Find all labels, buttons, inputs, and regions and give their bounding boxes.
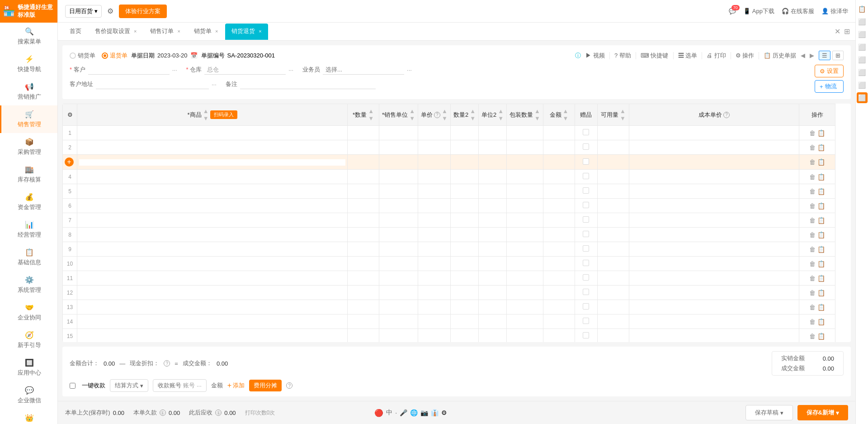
customer-select-btn[interactable]: ··· [172, 67, 177, 73]
gift-checkbox[interactable] [583, 332, 589, 338]
cost-price-cell[interactable] [629, 286, 799, 300]
tab-close-icon[interactable]: × [259, 29, 261, 34]
product-cell[interactable] [77, 314, 348, 329]
cost-info-icon[interactable]: ? [723, 112, 730, 118]
unit2-cell[interactable] [479, 213, 507, 228]
prev-btn[interactable]: ◀ [801, 52, 805, 59]
delete-row-icon[interactable]: 🗑 [809, 231, 816, 238]
delete-row-icon[interactable]: 🗑 [809, 129, 816, 137]
topbar-settings-icon[interactable]: ⚙ [107, 7, 113, 15]
available-cell[interactable] [597, 257, 629, 271]
trial-button[interactable]: 体验行业方案 [119, 5, 167, 18]
qty-cell[interactable] [348, 300, 379, 314]
available-cell[interactable] [597, 228, 629, 242]
save-new-btn[interactable]: 保存&新增 ▾ [797, 405, 848, 420]
gift-checkbox[interactable] [583, 129, 589, 135]
copy-row-icon[interactable]: 📋 [817, 304, 825, 311]
cost-price-cell[interactable] [629, 242, 799, 257]
pack-qty-cell[interactable] [507, 155, 543, 170]
tab-sales-bill[interactable]: 销货单 × [188, 24, 224, 40]
copy-row-icon[interactable]: 📋 [817, 217, 825, 224]
gift-checkbox[interactable] [583, 158, 589, 165]
sidebar-item-marketing[interactable]: 📢 营销推广 [0, 78, 57, 105]
delete-row-icon[interactable]: 🗑 [809, 289, 816, 296]
history-btn[interactable]: 📋 历史单据 [764, 52, 796, 60]
shortcut-btn[interactable]: ⌨ 快捷键 [641, 52, 669, 60]
copy-row-icon[interactable]: 📋 [817, 129, 825, 137]
scan-input-btn[interactable]: 扫码录入 [210, 110, 237, 119]
tab-sales-order[interactable]: 销售订单 × [144, 24, 186, 40]
warehouse-select-btn[interactable]: ··· [288, 67, 293, 73]
tab-price-extract[interactable]: 售价提取设置 × [89, 24, 143, 40]
unit-cell[interactable] [379, 314, 418, 329]
next-btn[interactable]: ▶ [810, 52, 814, 59]
taskbar-icon2[interactable]: 中 [386, 409, 392, 417]
customer-input[interactable] [88, 65, 170, 75]
price-cell[interactable] [418, 314, 451, 329]
pack-qty-cell[interactable] [507, 126, 543, 140]
delete-row-icon[interactable]: 🗑 [809, 246, 816, 253]
available-cell[interactable] [597, 286, 629, 300]
taskbar-icon4[interactable]: 🎤 [400, 409, 407, 416]
gift-cell[interactable] [575, 314, 597, 329]
available-cell[interactable] [597, 242, 629, 257]
pack-qty-cell[interactable] [507, 271, 543, 286]
product-cell[interactable] [77, 228, 348, 242]
gift-checkbox[interactable] [583, 289, 589, 295]
column-settings-icon[interactable]: ⚙ [67, 111, 73, 118]
qty2-cell[interactable] [450, 213, 478, 228]
sidebar-item-system[interactable]: ⚙️ 系统管理 [0, 271, 57, 299]
unit2-cell[interactable] [479, 126, 507, 140]
gift-cell[interactable] [575, 170, 597, 184]
delete-row-icon[interactable]: 🗑 [809, 158, 816, 166]
video-btn[interactable]: ▶ 视频 [585, 52, 605, 60]
pack-qty-cell[interactable] [507, 228, 543, 242]
gift-cell[interactable] [575, 242, 597, 257]
unit2-cell[interactable] [479, 155, 507, 170]
product-cell[interactable] [77, 271, 348, 286]
print-btn[interactable]: 🖨 打印 [707, 52, 726, 60]
gift-cell[interactable] [575, 329, 597, 343]
gift-checkbox[interactable] [583, 245, 589, 252]
product-cell[interactable] [77, 286, 348, 300]
tab-close-all-icon[interactable]: ✕ [835, 27, 840, 36]
copy-row-icon[interactable]: 📋 [817, 246, 825, 253]
price-cell[interactable] [418, 140, 451, 155]
warehouse-input[interactable] [204, 65, 286, 75]
amount-cell[interactable] [543, 140, 575, 155]
sidebar-item-finance[interactable]: 💰 资金管理 [0, 188, 57, 216]
qty2-cell[interactable] [450, 184, 478, 199]
stat-receivable-circle[interactable]: ① [215, 410, 222, 416]
tab-close-icon[interactable]: × [177, 29, 180, 34]
delete-row-icon[interactable]: 🗑 [809, 275, 816, 282]
rs-icon-6[interactable]: ⬜ [857, 67, 868, 78]
product-cell[interactable] [77, 126, 348, 140]
unit-cell[interactable] [379, 300, 418, 314]
notification-btn[interactable]: 💬 70 [729, 8, 736, 14]
amount-cell[interactable] [543, 271, 575, 286]
amount-cell[interactable] [543, 300, 575, 314]
qty2-cell[interactable] [450, 140, 478, 155]
rs-icon-7[interactable]: ⬜ [857, 80, 868, 91]
gift-checkbox[interactable] [583, 187, 589, 194]
gift-cell[interactable] [575, 213, 597, 228]
delete-row-icon[interactable]: 🗑 [809, 173, 816, 181]
gift-cell[interactable] [575, 199, 597, 213]
available-cell[interactable] [597, 300, 629, 314]
qty2-cell[interactable] [450, 170, 478, 184]
view-grid-btn[interactable]: ⊞ [832, 51, 844, 60]
qty2-cell[interactable] [450, 271, 478, 286]
copy-row-icon[interactable]: 📋 [817, 260, 825, 267]
online-service-btn[interactable]: 🎧 在线客服 [782, 7, 814, 15]
expense-btn[interactable]: 费用分摊 [249, 380, 282, 391]
unit2-cell[interactable] [479, 329, 507, 343]
unit-cell[interactable] [379, 170, 418, 184]
pack-qty-cell[interactable] [507, 199, 543, 213]
unit2-cell[interactable] [479, 199, 507, 213]
qty-cell[interactable] [348, 155, 379, 170]
available-cell[interactable] [597, 199, 629, 213]
cost-price-cell[interactable] [629, 140, 799, 155]
price-cell[interactable] [418, 213, 451, 228]
pack-qty-cell[interactable] [507, 242, 543, 257]
product-cell[interactable] [77, 140, 348, 155]
